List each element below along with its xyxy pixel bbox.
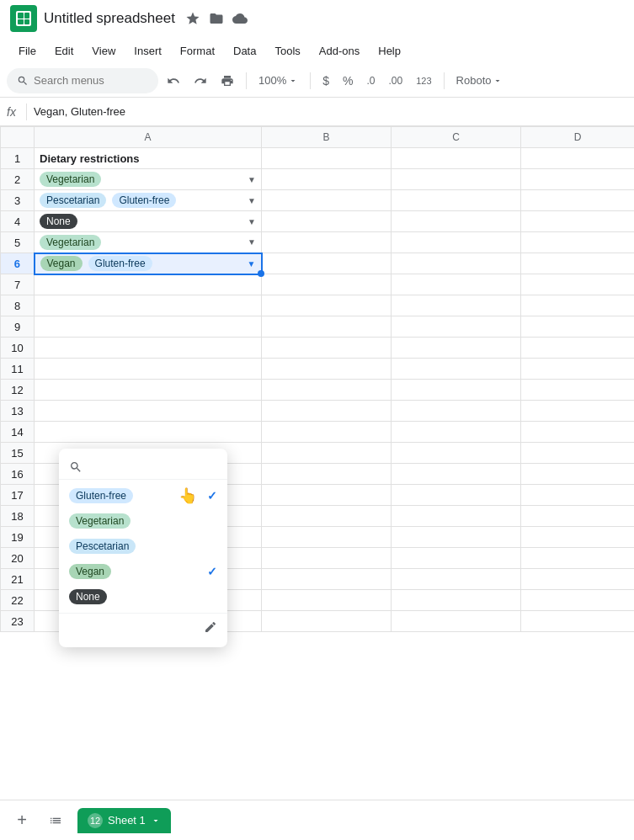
cell-b3[interactable] [262,190,392,211]
add-sheet-button[interactable]: + [10,809,34,832]
cell-c3[interactable] [392,190,521,211]
menu-insert[interactable]: Insert [125,41,170,61]
popup-search-icon [69,460,83,474]
row-num-1: 1 [1,148,35,169]
table-row: 14 [1,422,635,443]
cell-a4[interactable]: None ▼ [35,211,262,232]
cell-b1[interactable] [262,148,392,169]
popup-edit-button[interactable] [59,613,227,641]
cell-c1[interactable] [392,148,521,169]
menu-format[interactable]: Format [172,41,223,61]
cell-d2[interactable] [521,169,635,190]
menu-addons[interactable]: Add-ons [311,41,368,61]
cell-d1[interactable] [521,148,635,169]
row-num-2: 2 [1,169,35,190]
decimal-decrease-button[interactable]: .0 [362,72,381,90]
sheet-list-button[interactable] [44,809,67,832]
dropdown-arrow-6[interactable]: ▼ [248,259,256,268]
cell-d5[interactable] [521,232,635,253]
cell-b2[interactable] [262,169,392,190]
chip-pescetarian-popup: Pescetarian [69,539,136,554]
menu-tools[interactable]: Tools [266,41,308,61]
chip-vegan-popup: Vegan [69,564,111,579]
table-row: 2 Vegetarian ▼ [1,169,635,190]
redo-button[interactable] [189,71,212,91]
cell-a3[interactable]: Pescetarian Gluten-free ▼ [35,190,262,211]
toolbar: 100% $ % .0 .00 123 Roboto [0,64,634,98]
table-row: 3 Pescetarian Gluten-free ▼ [1,190,635,211]
popup-item-glutenfree[interactable]: Gluten-free 👆 ✓ [59,483,227,508]
search-input[interactable] [34,74,135,87]
cell-b6[interactable] [262,253,392,274]
resize-handle[interactable] [258,270,264,277]
dropdown-arrow-5[interactable]: ▼ [248,237,256,247]
popup-item-pescetarian[interactable]: Pescetarian [59,534,227,559]
percent-button[interactable]: % [338,71,358,91]
col-header-c[interactable]: C [392,127,521,148]
cell-c2[interactable] [392,169,521,190]
chip-vegetarian-2: Vegetarian [40,235,101,250]
popup-item-vegetarian[interactable]: Vegetarian [59,508,227,534]
cell-d6[interactable] [521,253,635,274]
undo-button[interactable] [162,71,185,91]
menu-view[interactable]: View [83,41,124,61]
cell-d3[interactable] [521,190,635,211]
table-row: 6 Vegan Gluten-free ▼ [1,253,635,274]
cell-b4[interactable] [262,211,392,232]
search-box[interactable] [7,68,158,93]
zoom-control[interactable]: 100% [253,71,303,90]
table-row: 5 Vegetarian ▼ [1,232,635,253]
menu-help[interactable]: Help [370,41,409,61]
cell-c5[interactable] [392,232,521,253]
folder-icon[interactable] [209,11,224,26]
decimal-increase-button[interactable]: .00 [384,72,408,90]
col-header-b[interactable]: B [262,127,392,148]
cell-c4[interactable] [392,211,521,232]
chip-glutenfree-2: Gluten-free [88,256,152,271]
col-header-d[interactable]: D [521,127,635,148]
cell-a1[interactable]: Dietary restrictions [35,148,262,169]
menu-edit[interactable]: Edit [46,41,82,61]
more-formats-button[interactable]: 123 [411,72,436,89]
menu-data[interactable]: Data [225,41,264,61]
popup-item-vegan[interactable]: Vegan ✓ [59,559,227,584]
dropdown-arrow-2[interactable]: ▼ [248,175,256,184]
dropdown-arrow-3[interactable]: ▼ [248,196,256,205]
cloud-icon[interactable] [232,11,248,26]
menu-file[interactable]: File [10,41,45,61]
checkmark-glutenfree: ✓ [207,489,217,502]
toolbar-separator-2 [310,72,311,89]
dropdown-arrow-4[interactable]: ▼ [248,217,256,226]
cell-a5[interactable]: Vegetarian ▼ [35,232,262,253]
currency-button[interactable]: $ [317,71,334,91]
table-row: 9 [1,316,635,338]
spreadsheet-grid: A B C D 1 Dietary restrictions [0,126,634,800]
chip-glutenfree: Gluten-free [112,193,176,208]
cell-b5[interactable] [262,232,392,253]
menu-bar: File Edit View Insert Format Data Tools … [0,37,634,64]
sheet-tab-1[interactable]: 12 Sheet 1 [77,808,171,833]
print-button[interactable] [216,71,239,91]
popup-search-bar[interactable] [59,455,227,480]
col-header-a[interactable]: A [35,127,262,148]
star-icon[interactable] [185,11,200,26]
cell-a2[interactable]: Vegetarian ▼ [35,169,262,190]
table-row: 1 Dietary restrictions [1,148,635,169]
cell-c6[interactable] [392,253,521,274]
row-num-4: 4 [1,211,35,232]
table-row: 11 [1,359,635,380]
cell-a1-content: Dietary restrictions [35,148,261,168]
cell-a6[interactable]: Vegan Gluten-free ▼ [35,253,262,274]
chip-vegan: Vegan [40,256,83,271]
table-row: 13 [1,401,635,422]
font-select[interactable]: Roboto [451,71,509,90]
sheet-name: Sheet 1 [108,814,146,827]
row-num-3: 3 [1,190,35,211]
toolbar-separator-3 [444,72,445,89]
cursor-hand-icon: 👆 [178,486,197,505]
cell-d4[interactable] [521,211,635,232]
popup-item-none[interactable]: None [59,584,227,609]
title-bar: Untitled spreadsheet [0,0,634,37]
table-row: 8 [1,295,635,316]
spreadsheet-title[interactable]: Untitled spreadsheet [44,10,175,27]
